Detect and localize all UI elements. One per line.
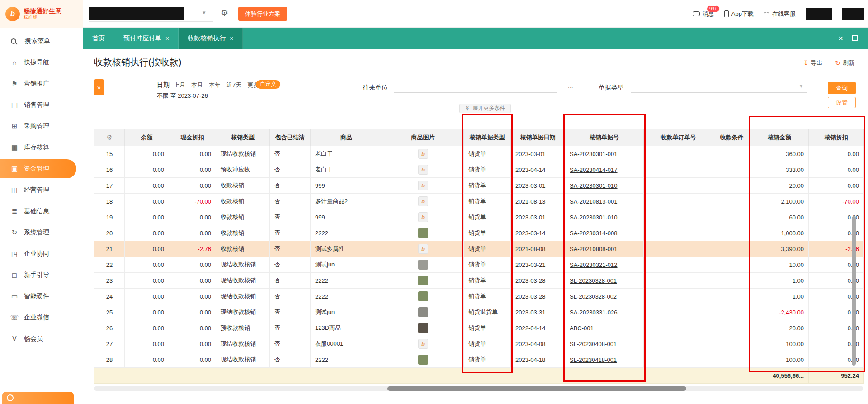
- product-thumbnail-icon: [418, 355, 428, 365]
- cell-balance: 0.00: [125, 178, 169, 194]
- tab-0[interactable]: 首页: [83, 28, 114, 49]
- sidebar-item-inventory[interactable]: ▦库存核算: [0, 138, 83, 157]
- sidebar-item-label: 基础信息: [24, 207, 49, 215]
- sidebar-item-collab[interactable]: ◳企业协同: [0, 244, 83, 263]
- table-row[interactable]: 200.000.00收款核销否2222销货单2023-03-14SA-20230…: [94, 225, 864, 241]
- table-row[interactable]: 250.000.00现结收款核销否测试jun销货退货单2023-03-31SA-…: [94, 304, 864, 320]
- doc-no-link[interactable]: SA-20230301-010: [570, 182, 618, 189]
- custom-date-button[interactable]: 自定义: [256, 80, 280, 89]
- table-row[interactable]: 180.00-70.00收款核销否多计量商品2b销货单2021-08-13SA-…: [94, 194, 864, 209]
- table-row[interactable]: 160.000.00预收冲应收否老白干b销货单2023-04-14SA-2023…: [94, 162, 864, 178]
- close-icon[interactable]: ×: [838, 33, 843, 43]
- doc-no-link[interactable]: SA-20230314-008: [570, 230, 618, 237]
- date-option[interactable]: 上月: [174, 81, 185, 89]
- table-row[interactable]: 280.000.00现结收款核销否2222销货单2023-04-18SL-202…: [94, 352, 864, 368]
- doc-no-link[interactable]: SA-20210813-001: [570, 198, 618, 205]
- cell-order-no: [644, 209, 713, 225]
- doc-no-link[interactable]: SA-20230331-026: [570, 309, 618, 316]
- cell-doc-no: SA-20230321-012: [565, 257, 644, 273]
- cell-condition: [713, 320, 750, 336]
- cell-include-settled: 否: [270, 162, 311, 178]
- table-row[interactable]: 240.000.00现结收款核销否2222销货单2023-03-28SL-202…: [94, 289, 864, 304]
- date-option[interactable]: 本年: [209, 81, 221, 89]
- cell-product: 老白干: [311, 162, 382, 178]
- cell-doc-no: SA-20230301-010: [565, 178, 644, 194]
- tab-2[interactable]: 收款核销执行×: [179, 28, 243, 49]
- doc-type-select[interactable]: [631, 81, 807, 93]
- fullscreen-icon[interactable]: [852, 35, 858, 41]
- sidebar-item-info[interactable]: ≣基础信息: [0, 202, 83, 221]
- org-select[interactable]: ▾: [89, 5, 213, 22]
- table-row[interactable]: 260.000.00预收款核销否123D商品销货单2022-04-14ABC-0…: [94, 320, 864, 336]
- close-icon[interactable]: ×: [230, 35, 233, 42]
- table-row[interactable]: 170.000.00收款核销否999b销货单2023-03-01SA-20230…: [94, 178, 864, 194]
- cell-condition: [713, 304, 750, 320]
- sidebar-item-label: 系统管理: [24, 228, 49, 237]
- horizontal-scrollbar[interactable]: [387, 386, 686, 391]
- table-row[interactable]: 210.00-2.76收款核销否测试多属性b销货单2021-08-08SA-20…: [94, 241, 864, 257]
- cell-doc-no: SL-20230328-001: [565, 273, 644, 289]
- doc-no-link[interactable]: SA-20230301-010: [570, 214, 618, 221]
- sidebar-item-label: 智能硬件: [24, 292, 49, 300]
- sidebar-item-home[interactable]: ⌂快捷导航: [0, 53, 83, 72]
- support-link[interactable]: 在线客服: [764, 10, 796, 18]
- query-button[interactable]: 查询: [828, 82, 856, 94]
- partner-input[interactable]: [394, 81, 557, 93]
- doc-no-link[interactable]: SA-20230301-001: [570, 151, 618, 157]
- cell-condition: [713, 273, 750, 289]
- app-download-link[interactable]: App下载: [724, 10, 754, 18]
- doc-no-link[interactable]: SA-20210808-001: [570, 246, 618, 252]
- industry-plan-button[interactable]: 体验行业方案: [238, 7, 287, 21]
- sidebar-item-hardware[interactable]: ▭智能硬件: [0, 287, 83, 306]
- gear-icon[interactable]: ⚙: [221, 8, 228, 18]
- expand-more-button[interactable]: ≫ 展开更多条件: [459, 104, 511, 113]
- doc-no-link[interactable]: SL-20230408-001: [570, 341, 617, 347]
- tab-1[interactable]: 预付冲应付单×: [114, 28, 179, 49]
- doc-no-link[interactable]: SL-20230418-001: [570, 356, 617, 363]
- doc-no-link[interactable]: SA-20230414-017: [570, 166, 618, 173]
- system-refresh-icon: ↻: [10, 228, 19, 237]
- table-row[interactable]: 190.000.00收款核销否999b销货单2023-03-01SA-20230…: [94, 209, 864, 225]
- sidebar-item-search[interactable]: 搜索菜单: [0, 32, 83, 51]
- partner-more-button[interactable]: ...: [568, 82, 573, 89]
- cell-product: 999: [311, 178, 382, 194]
- column-header-gear[interactable]: ⚙: [94, 129, 125, 146]
- redacted-org-name: [89, 7, 184, 20]
- floating-helper[interactable]: [2, 392, 74, 404]
- sidebar-item-sales[interactable]: ▤销售管理: [0, 95, 83, 114]
- refresh-button[interactable]: ↻ 刷新: [835, 59, 854, 67]
- cell-product-image: b: [382, 146, 464, 162]
- sidebar-item-purchase[interactable]: ⊞采购管理: [0, 117, 83, 136]
- sidebar-item-operation[interactable]: ◫经营管理: [0, 181, 83, 200]
- vertical-scrollbar[interactable]: [852, 216, 856, 366]
- sidebar-item-wechat[interactable]: ☏企业微信: [0, 308, 83, 327]
- export-button[interactable]: ↧ 导出: [803, 59, 823, 67]
- cell-condition: [713, 257, 750, 273]
- doc-no-link[interactable]: SL-20230328-002: [570, 293, 617, 300]
- panel-expander-button[interactable]: »: [94, 79, 104, 95]
- cell-row-number: 17: [94, 178, 125, 194]
- date-option[interactable]: 本月: [191, 81, 203, 89]
- table-row[interactable]: 150.000.00现结收款核销否老白干b销货单2023-03-01SA-202…: [94, 146, 864, 162]
- sidebar-item-system[interactable]: ↻系统管理: [0, 223, 83, 242]
- cell-balance: 0.00: [125, 320, 169, 336]
- sidebar-item-funds[interactable]: ▣资金管理: [0, 159, 76, 178]
- close-icon[interactable]: ×: [165, 35, 169, 42]
- sidebar-item-promo[interactable]: ⚑营销推广: [0, 74, 83, 93]
- table-row[interactable]: 270.000.00现结收款核销否衣服00001b销货单2023-04-08SL…: [94, 336, 864, 352]
- messages-link[interactable]: 消息 99+: [693, 10, 714, 18]
- settings-button[interactable]: 设置: [828, 97, 856, 108]
- date-option[interactable]: 近7天: [226, 81, 241, 89]
- doc-no-link[interactable]: SA-20230321-012: [570, 261, 618, 268]
- horizontal-scrollbar-track: [94, 386, 863, 391]
- column-header: 商品图片: [382, 129, 464, 146]
- cell-row-number: 24: [94, 289, 125, 304]
- sidebar-item-member[interactable]: Ⅴ畅会员: [0, 329, 83, 348]
- doc-no-link[interactable]: ABC-001: [570, 325, 594, 332]
- cell-condition: [713, 162, 750, 178]
- totals-discount: 952.24: [809, 368, 864, 384]
- table-row[interactable]: 220.000.00现结收款核销否测试jun销货单2023-03-21SA-20…: [94, 257, 864, 273]
- sidebar-item-guide[interactable]: ◻新手引导: [0, 266, 83, 285]
- table-row[interactable]: 230.000.00现结收款核销否2222销货单2023-03-28SL-202…: [94, 273, 864, 289]
- doc-no-link[interactable]: SL-20230328-001: [570, 277, 617, 284]
